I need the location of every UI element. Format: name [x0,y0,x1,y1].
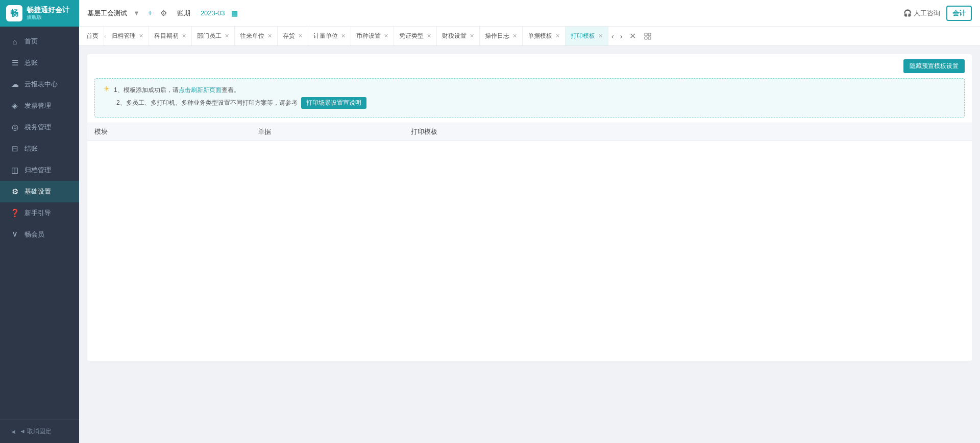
tab-singletemplate[interactable]: 单据模板 ✕ [523,27,566,46]
hide-preview-container: 隐藏预置模板设置 [87,54,972,73]
table-body [87,141,972,345]
settings-icon: ⚙ [10,187,19,196]
sidebar-unpin-button[interactable]: ◄ ◄ 取消固定 [0,419,79,443]
tabs-expand-button[interactable] [640,27,655,46]
tab-close-icon[interactable]: ✕ [298,33,303,39]
tab-label: 计量单位 [313,32,338,40]
tab-dept[interactable]: 部门员工 ✕ [192,27,235,46]
col-template-header: 打印模板 [411,127,965,136]
tab-close-icon[interactable]: ✕ [267,33,272,39]
logo-icon: 畅 [6,5,22,21]
service-label: 人工咨询 [914,9,940,18]
svg-rect-0 [645,33,647,36]
sidebar-item-home[interactable]: ⌂ 首页 [0,31,79,52]
bulb-icon: ☀ [103,84,110,94]
tab-close-icon[interactable]: ✕ [555,33,560,39]
tab-label: 科目期初 [154,32,179,40]
unpin-icon: ◄ [10,428,16,435]
cloud-icon: ☁ [10,80,19,89]
tab-label: 单据模板 [528,32,552,40]
tab-label: 首页 [86,32,99,40]
tab-subject[interactable]: 科目期初 ✕ [149,27,192,46]
tab-close-icon[interactable]: ✕ [384,33,388,39]
sidebar: 畅 畅捷通好会计 旗舰版 ⌂ 首页 ☰ 总账 ☁ 云报表中心 ◈ 发票管理 ◎ … [0,0,79,443]
sidebar-logo: 畅 畅捷通好会计 旗舰版 [0,0,79,27]
tabs-close-all-button[interactable]: ✕ [625,27,640,46]
tab-close-icon[interactable]: ✕ [512,33,517,39]
tabs-next-button[interactable]: › [617,27,626,46]
sidebar-item-label: 发票管理 [24,101,51,110]
tab-currency[interactable]: 币种设置 ✕ [351,27,394,46]
tab-label: 往来单位 [240,32,264,40]
svg-rect-2 [645,37,647,39]
tab-close-icon[interactable]: ✕ [139,33,143,39]
sidebar-item-invoice[interactable]: ◈ 发票管理 [0,95,79,116]
refresh-link[interactable]: 点击刷新新页面 [179,86,222,94]
sidebar-item-ledger[interactable]: ☰ 总账 [0,52,79,74]
calendar-icon[interactable]: ▦ [231,9,238,17]
sidebar-item-label: 归档管理 [24,166,51,175]
tab-close-icon[interactable]: ✕ [598,33,603,39]
tab-close-icon[interactable]: ✕ [470,33,474,39]
topbar-right: 🎧 人工咨询 会计 [903,6,972,21]
notice-box: ☀ 1、模板添加成功后，请点击刷新新页面查看。 2、多员工、多打印机、多种业务类… [94,78,965,118]
tab-label: 打印模板 [571,32,595,40]
sidebar-item-label: 基础设置 [24,187,51,196]
tab-voucher[interactable]: 凭证类型 ✕ [394,27,437,46]
notice-text-1: 1、模板添加成功后，请点击刷新新页面查看。 [114,85,240,95]
tab-label: 币种设置 [356,32,381,40]
tab-label: 操作日志 [485,32,509,40]
sidebar-item-label: 首页 [24,37,38,46]
period-value: 2023-03 [201,9,225,17]
period-label: 账期 [177,9,190,18]
member-icon: V [10,231,19,238]
notice-row-2: 2、多员工、多打印机、多种业务类型设置不同打印方案等，请参考 打印场景设置宣说明 [116,97,956,109]
sidebar-item-label: 畅会员 [24,230,44,239]
tab-unit[interactable]: 计量单位 ✕ [308,27,351,46]
sidebar-item-tax[interactable]: ◎ 税务管理 [0,116,79,138]
main-area: 基层工会测试 ▼ ＋ ⚙ 账期 2023-03 ▦ 🎧 人工咨询 会计 首页 ‹… [79,0,980,443]
tab-home[interactable]: 首页 [81,27,104,46]
kuaiji-button[interactable]: 会计 [946,6,972,21]
tab-partner[interactable]: 往来单位 ✕ [235,27,278,46]
col-doc-header: 单据 [258,127,411,136]
sidebar-item-guide[interactable]: ❓ 新手引导 [0,202,79,224]
tabs-prev-button[interactable]: ‹ [608,27,617,46]
invoice-icon: ◈ [10,101,19,110]
add-tab-button[interactable]: ＋ [146,8,154,18]
tab-close-icon[interactable]: ✕ [182,33,186,39]
company-dropdown-icon[interactable]: ▼ [133,9,140,17]
sidebar-item-label: 税务管理 [24,123,51,132]
sidebar-item-member[interactable]: V 畅会员 [0,224,79,245]
tab-label: 部门员工 [197,32,222,40]
archive-icon: ◫ [10,166,19,175]
tabs-bar: 首页 ‹ 归档管理 ✕ 科目期初 ✕ 部门员工 ✕ 往来单位 ✕ 存货 ✕ 计量… [79,27,980,46]
tab-label: 财税设置 [442,32,467,40]
col-module-header: 模块 [94,127,258,136]
tab-close-icon[interactable]: ✕ [427,33,431,39]
sidebar-item-closing[interactable]: ⊟ 结账 [0,138,79,159]
print-scene-button[interactable]: 打印场景设置宣说明 [301,97,366,109]
tab-printtemplate[interactable]: 打印模板 ✕ [566,27,608,46]
sidebar-item-label: 新手引导 [24,208,51,218]
hide-preview-button[interactable]: 隐藏预置模板设置 [903,59,965,73]
guide-icon: ❓ [10,208,19,218]
sidebar-item-reports[interactable]: ☁ 云报表中心 [0,74,79,95]
tab-inventory[interactable]: 存货 ✕ [278,27,308,46]
tab-close-icon[interactable]: ✕ [341,33,346,39]
logo-text: 畅捷通好会计 旗舰版 [27,6,69,21]
headphone-icon: 🎧 [903,9,912,17]
svg-rect-1 [648,33,651,36]
service-button[interactable]: 🎧 人工咨询 [903,9,940,18]
tab-oplog[interactable]: 操作日志 ✕ [480,27,523,46]
content-inner: 隐藏预置模板设置 ☀ 1、模板添加成功后，请点击刷新新页面查看。 2、多员工、多… [87,54,972,361]
sidebar-footer-label: ◄ 取消固定 [19,427,52,436]
tab-label: 凭证类型 [399,32,424,40]
tab-close-icon[interactable]: ✕ [225,33,229,39]
tab-taxsettings[interactable]: 财税设置 ✕ [437,27,480,46]
tax-icon: ◎ [10,123,19,132]
sidebar-item-settings[interactable]: ⚙ 基础设置 [0,181,79,202]
topbar-settings-icon[interactable]: ⚙ [160,9,167,18]
tab-archive[interactable]: 归档管理 ✕ [106,27,149,46]
sidebar-item-archive[interactable]: ◫ 归档管理 [0,159,79,181]
